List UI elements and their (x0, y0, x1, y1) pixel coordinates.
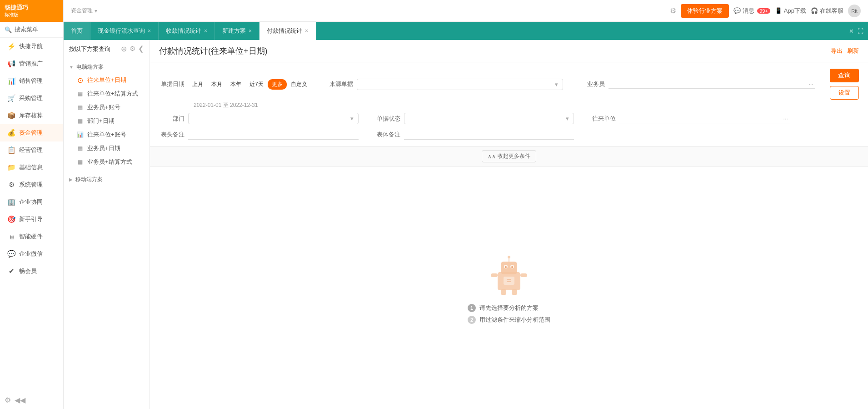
tree-item-salesman-settle[interactable]: ▦ 业务员+结算方式 (64, 155, 150, 169)
close-all-icon[interactable]: ✕ (849, 28, 854, 35)
date-custom[interactable]: 自定义 (287, 79, 311, 90)
settings-plan-icon[interactable]: ⚙ (130, 45, 135, 53)
sidebar-item-stock[interactable]: 📦 库存核算 (0, 107, 63, 124)
app-download-button[interactable]: 📱 App下载 (775, 7, 806, 15)
svg-rect-8 (491, 273, 498, 277)
export-button[interactable]: 导出 (831, 47, 843, 55)
date-last-month[interactable]: 上月 (188, 79, 207, 90)
tab-cashflow[interactable]: 现金银行流水查询 × (90, 22, 159, 40)
arrow-down-icon: ▼ (69, 65, 74, 70)
tree-item-counterparty-account[interactable]: 📊 往来单位+账号 (64, 128, 150, 141)
sidebar-item-capital[interactable]: 💰 资金管理 (0, 124, 63, 141)
filter-source-block: 来源单据 ▾ (328, 79, 564, 90)
sidebar-item-operation[interactable]: 📋 经营管理 (0, 141, 63, 159)
filter-dept-block: 部门 ▾ (159, 113, 359, 124)
chevron-down-icon: ▾ (555, 81, 558, 88)
nav-label: 企业协同 (19, 198, 43, 206)
sidebar-item-marketing[interactable]: 📢 营销推广 (0, 55, 63, 72)
logo-name: 畅捷通巧 (5, 4, 28, 12)
plan-icon: ▦ (76, 117, 84, 125)
docstatus-select[interactable]: ▾ (404, 113, 574, 124)
setting-button[interactable]: 设置 (830, 86, 859, 100)
query-button[interactable]: 查询 (830, 69, 859, 82)
nav-label: 经营管理 (19, 146, 43, 154)
tree-item-dept-date[interactable]: ▦ 部门+日期 (64, 114, 150, 128)
topbar: 资金管理 ▾ ⚙ 体验行业方案 💬 消息 99+ 📱 App下载 🎧 在线客服 … (64, 0, 868, 22)
service-label: 在线客服 (820, 7, 843, 15)
date-options-group: 上月 本月 本年 近7天 更多 自定义 (188, 79, 311, 90)
svg-rect-10 (501, 289, 506, 295)
gear-icon[interactable]: ⚙ (670, 6, 676, 15)
collapse-panel-icon[interactable]: ❮ (138, 45, 144, 53)
tab-new-plan[interactable]: 新建方案 × (215, 22, 259, 40)
nav-label: 采购管理 (19, 94, 43, 102)
tree-item-salesman-account[interactable]: ▦ 业务员+账号 (64, 101, 150, 114)
date-more[interactable]: 更多 (268, 79, 287, 90)
nav-label: 畅会员 (19, 267, 37, 275)
message-label: 消息 (743, 7, 754, 15)
sidebar-item-system[interactable]: ⚙ 系统管理 (0, 176, 63, 193)
sidebar-item-quick-nav[interactable]: ⚡ 快捷导航 (0, 38, 63, 55)
counterparty-label: 往来单位 (590, 115, 616, 123)
header-actions: ⊕ ⚙ ❮ (121, 45, 144, 53)
collapse-sidebar-icon[interactable]: ◀◀ (15, 396, 25, 404)
date-7days[interactable]: 近7天 (245, 79, 268, 90)
tab-home[interactable]: 首页 (64, 22, 90, 40)
sidebar-item-guide[interactable]: 🎯 新手引导 (0, 211, 63, 228)
tab-collection-close[interactable]: × (204, 28, 207, 34)
sidebar-item-purchase[interactable]: 🛒 采购管理 (0, 90, 63, 107)
tab-payment-close[interactable]: × (305, 28, 308, 34)
sidebar-search[interactable]: 🔍 搜索菜单 (0, 22, 63, 38)
sidebar-item-wechat[interactable]: 💬 企业微信 (0, 245, 63, 263)
tree-item-salesman-date[interactable]: ▦ 业务员+日期 (64, 141, 150, 155)
nav-label: 新手引导 (19, 215, 43, 223)
svg-point-7 (508, 256, 510, 258)
tab-collection[interactable]: 收款情况统计 × (159, 22, 215, 40)
nav-label: 库存核算 (19, 111, 43, 120)
sidebar-item-enterprise[interactable]: 🏢 企业协同 (0, 193, 63, 211)
dept-select[interactable]: ▾ (188, 113, 359, 124)
date-this-month[interactable]: 本月 (207, 79, 226, 90)
page-header-actions: 导出 刷新 (831, 47, 859, 55)
tab-new-plan-close[interactable]: × (249, 28, 252, 34)
empty-state: 1 请先选择要分析的方案 2 用过滤条件来缩小分析范围 (150, 167, 868, 409)
collapse-button[interactable]: ∧∧ 收起更多条件 (482, 150, 536, 162)
svg-rect-9 (520, 273, 527, 277)
tree-item-counterparty-settle[interactable]: ▦ 往来单位+结算方式 (64, 87, 150, 101)
date-this-year[interactable]: 本年 (226, 79, 245, 90)
tip-num-1: 1 (468, 304, 476, 312)
collapse-label: 收起更多条件 (498, 152, 530, 160)
nav-label: 资金管理 (19, 129, 43, 137)
nav-icon-purchase: 🛒 (7, 94, 15, 102)
counterparty-dots[interactable]: ··· (783, 115, 788, 122)
settings-icon[interactable]: ⚙ (5, 396, 11, 404)
nav-icon-hardware: 🖥 (7, 232, 15, 241)
tree-item-counterparty-date[interactable]: ⊙ 往来单位+日期 (64, 73, 150, 87)
message-button[interactable]: 💬 消息 99+ (733, 7, 770, 15)
filter-salesman-block: 业务员 ··· (579, 80, 815, 89)
sidebar-item-sales[interactable]: 📊 销售管理 (0, 72, 63, 90)
trial-button[interactable]: 体验行业方案 (681, 4, 729, 18)
nav-icon-sales: 📊 (7, 77, 15, 85)
logo-sub: 标准版 (5, 12, 28, 18)
salesman-dots[interactable]: ··· (808, 81, 813, 87)
item-label: 部门+日期 (87, 117, 115, 125)
sidebar-item-hardware[interactable]: 🖥 智能硬件 (0, 228, 63, 245)
tree-pc-label[interactable]: ▼ 电脑端方案 (64, 61, 150, 73)
sidebar-item-basic[interactable]: 📁 基础信息 (0, 159, 63, 176)
tab-payment[interactable]: 付款情况统计 × (259, 22, 316, 40)
dept-label: 部门 (159, 115, 185, 123)
refresh-button[interactable]: 刷新 (847, 47, 859, 55)
nav-icon-enterprise: 🏢 (7, 198, 15, 206)
expand-icon[interactable]: ⛶ (858, 28, 863, 35)
tab-cashflow-close[interactable]: × (148, 28, 151, 34)
plan-icon: ▦ (76, 145, 84, 152)
sidebar-item-member[interactable]: ✔ 畅会员 (0, 263, 63, 280)
plan-icon: 📊 (76, 131, 84, 138)
avatar[interactable]: Rit (848, 5, 861, 17)
chevron-down-icon: ▾ (350, 115, 354, 122)
tree-mobile-label[interactable]: ▶ 移动端方案 (64, 173, 150, 186)
service-button[interactable]: 🎧 在线客服 (811, 7, 843, 15)
source-select[interactable]: ▾ (357, 79, 564, 90)
add-icon[interactable]: ⊕ (121, 45, 127, 53)
